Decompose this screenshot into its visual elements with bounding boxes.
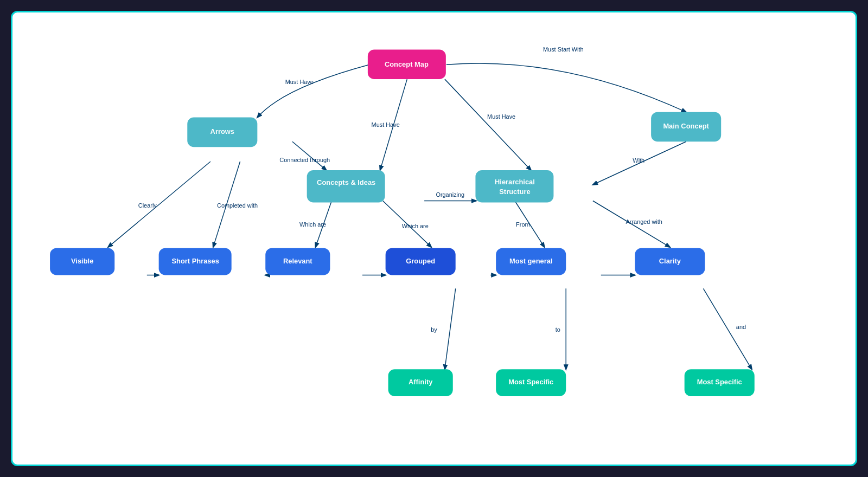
node-grouped-label: Grouped (406, 257, 435, 265)
node-hierarchical-label2: Structure (499, 188, 530, 196)
diagram-frame: Must Have Must Have Must Have Must Start… (11, 11, 857, 466)
edge-arrows-visible (108, 162, 210, 247)
node-hierarchical[interactable] (475, 170, 553, 203)
node-concepts-ideas-label1: Concepts & Ideas (317, 178, 375, 186)
edge-label-must-have-concepts: Must Have (372, 121, 400, 128)
node-main-concept-label: Main Concept (663, 122, 709, 130)
node-relevant-label: Relevant (283, 257, 312, 265)
edge-label-to: to (556, 326, 560, 333)
edge-label-organizing: Organizing (436, 191, 464, 198)
edge-concept-arrows (257, 65, 369, 117)
edge-label-and: and (736, 324, 746, 330)
edge-grouped-affinity (445, 288, 456, 369)
node-clarity-label: Clarity (659, 257, 681, 265)
edge-arrows-concepts (292, 141, 327, 170)
edge-label-arranged-with: Arranged with (626, 218, 662, 225)
edge-label-must-start-with: Must Start With (543, 46, 584, 53)
edge-label-connected-through: Connected through (279, 157, 330, 163)
edge-label-must-have-hierarchical: Must Have (487, 113, 515, 120)
edge-label-completed-with: Completed with (217, 202, 258, 209)
node-arrows-label: Arrows (210, 127, 234, 136)
node-short-phrases-label: Short Phrases (171, 257, 219, 265)
node-most-specific-2-label: Most Specific (697, 378, 742, 386)
edge-label-clearly: Clearly (138, 202, 157, 209)
edge-label-must-have-arrows: Must Have (285, 79, 314, 85)
node-visible-label: Visible (71, 257, 93, 265)
node-affinity-label: Affinity (409, 378, 433, 386)
node-most-general-label: Most general (509, 257, 553, 265)
edge-label-from: From (516, 221, 529, 228)
edge-label-with: With (633, 157, 644, 164)
edge-concept-main (446, 63, 686, 112)
edge-label-which-are1: Which are (299, 221, 326, 228)
edge-concept-hierarchical (445, 79, 531, 170)
edge-label-which-are2: Which are (402, 223, 429, 229)
node-hierarchical-label1: Hierarchical (495, 178, 535, 186)
node-concept-map-label: Concept Map (385, 60, 429, 68)
edge-label-by: by (431, 326, 437, 333)
node-most-specific-1-label: Most Specific (508, 378, 553, 386)
